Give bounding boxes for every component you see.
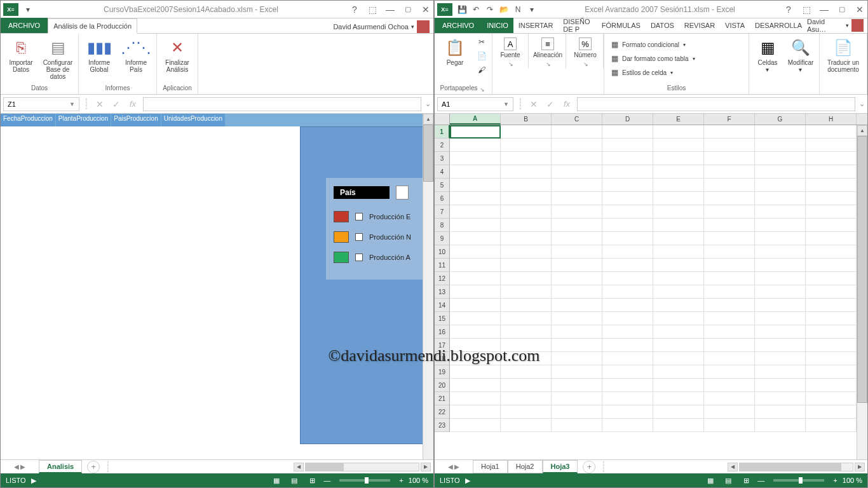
- cell[interactable]: [552, 419, 602, 432]
- accept-formula-icon[interactable]: ✓: [110, 99, 123, 109]
- normal-view-icon[interactable]: ▦: [270, 475, 283, 485]
- cell[interactable]: [501, 419, 552, 432]
- help-icon[interactable]: ?: [781, 2, 796, 17]
- paste-button[interactable]: 📋 Pegar: [437, 35, 473, 69]
- row-header[interactable]: 3: [435, 152, 450, 165]
- column-header[interactable]: B: [501, 114, 552, 125]
- cell[interactable]: [755, 179, 806, 192]
- translate-button[interactable]: 📄 Traducir undocumento: [822, 35, 864, 76]
- cell[interactable]: [501, 285, 552, 299]
- cell[interactable]: [653, 299, 704, 312]
- column-header[interactable]: C: [552, 114, 602, 125]
- column-header[interactable]: G: [755, 114, 806, 125]
- row-header[interactable]: 5: [435, 179, 450, 192]
- cell[interactable]: [450, 352, 501, 365]
- cell[interactable]: [755, 272, 806, 285]
- zoom-level-right[interactable]: 100 %: [843, 477, 862, 484]
- cell[interactable]: [552, 232, 602, 245]
- page-layout-view-icon[interactable]: ▤: [288, 475, 301, 485]
- qat-button[interactable]: 📂: [497, 3, 511, 17]
- cell[interactable]: [704, 165, 755, 179]
- cell[interactable]: [704, 179, 755, 192]
- row-header[interactable]: 14: [435, 299, 450, 312]
- table-header-cell[interactable]: FechaProduccion: [1, 114, 56, 126]
- ribbon-tab[interactable]: DISEÑO DE P: [558, 18, 596, 33]
- cell[interactable]: [653, 405, 704, 419]
- cell[interactable]: [653, 232, 704, 245]
- qat-dropdown[interactable]: ▾: [21, 3, 35, 17]
- panel-input-pais[interactable]: [396, 186, 409, 200]
- cell[interactable]: [806, 125, 857, 139]
- cell[interactable]: [653, 339, 704, 352]
- cell[interactable]: [704, 245, 755, 259]
- cell[interactable]: [653, 179, 704, 192]
- maximize-icon[interactable]: ▢: [400, 2, 416, 17]
- sheet-nav[interactable]: ◀ ▶: [1, 463, 39, 470]
- cell[interactable]: [602, 245, 653, 259]
- hscroll-right-icon[interactable]: ▶: [855, 463, 865, 471]
- accept-formula-icon[interactable]: ✓: [544, 99, 557, 109]
- cell[interactable]: [501, 259, 552, 272]
- cell[interactable]: [755, 205, 806, 219]
- cell[interactable]: [806, 392, 857, 405]
- cell[interactable]: [552, 365, 602, 379]
- cell[interactable]: [552, 139, 602, 152]
- ribbon-tab[interactable]: DATOS: [646, 18, 679, 33]
- ribbon-list-button[interactable]: ▦Dar formato como tabla▾: [607, 51, 698, 65]
- zoom-slider[interactable]: [773, 479, 824, 482]
- cell[interactable]: [450, 272, 501, 285]
- cell[interactable]: [450, 299, 501, 312]
- cell[interactable]: [806, 325, 857, 339]
- ribbon-button[interactable]: ▦Celdas▾: [752, 35, 783, 76]
- cell[interactable]: [501, 339, 552, 352]
- row-header[interactable]: 19: [435, 365, 450, 379]
- cell[interactable]: [602, 165, 653, 179]
- cell[interactable]: [501, 205, 552, 219]
- cell[interactable]: [806, 365, 857, 379]
- cell[interactable]: [602, 299, 653, 312]
- cell[interactable]: [602, 205, 653, 219]
- cell[interactable]: [755, 245, 806, 259]
- cell[interactable]: [552, 165, 602, 179]
- file-tab[interactable]: ARCHIVO: [435, 18, 482, 33]
- cell[interactable]: [653, 312, 704, 325]
- cell[interactable]: [450, 152, 501, 165]
- cell[interactable]: [755, 165, 806, 179]
- fx-icon[interactable]: fx: [560, 99, 573, 109]
- hscroll-left-icon[interactable]: ◀: [728, 463, 738, 471]
- row-header[interactable]: 12: [435, 272, 450, 285]
- cell[interactable]: [450, 165, 501, 179]
- cell[interactable]: [450, 379, 501, 392]
- cell[interactable]: [755, 299, 806, 312]
- scroll-thumb[interactable]: [857, 136, 867, 403]
- cell[interactable]: [602, 179, 653, 192]
- add-sheet-button[interactable]: +: [87, 461, 100, 473]
- row-header[interactable]: 13: [435, 285, 450, 299]
- ribbon-small-button[interactable]: 📄: [474, 49, 489, 63]
- dialog-launcher-icon[interactable]: ↘: [546, 61, 551, 67]
- normal-view-icon[interactable]: ▦: [704, 475, 717, 485]
- cell[interactable]: [552, 299, 602, 312]
- row-header[interactable]: 2: [435, 139, 450, 152]
- zoom-out-icon[interactable]: —: [757, 477, 764, 484]
- ribbon-list-button[interactable]: ▦Estilos de celda▾: [607, 65, 698, 79]
- cell[interactable]: [755, 125, 806, 139]
- expand-formula-icon[interactable]: ⌄: [859, 100, 865, 108]
- cancel-formula-icon[interactable]: ✕: [527, 99, 540, 109]
- ribbon-tab[interactable]: INICIO: [482, 18, 513, 33]
- row-header[interactable]: 17: [435, 339, 450, 352]
- cell[interactable]: [602, 419, 653, 432]
- zoom-out-icon[interactable]: —: [323, 477, 330, 484]
- cell[interactable]: [450, 205, 501, 219]
- qat-dropdown[interactable]: ▾: [525, 3, 539, 17]
- cell[interactable]: [704, 152, 755, 165]
- ribbon-button[interactable]: ⎘ImportarDatos: [3, 35, 39, 76]
- cell[interactable]: [552, 259, 602, 272]
- cell[interactable]: [704, 352, 755, 365]
- cell[interactable]: [501, 392, 552, 405]
- cell[interactable]: [450, 219, 501, 232]
- ribbon-button[interactable]: ✕FinalizarAnálisis: [159, 35, 195, 76]
- cell[interactable]: [806, 219, 857, 232]
- cell[interactable]: [704, 325, 755, 339]
- cell[interactable]: [552, 219, 602, 232]
